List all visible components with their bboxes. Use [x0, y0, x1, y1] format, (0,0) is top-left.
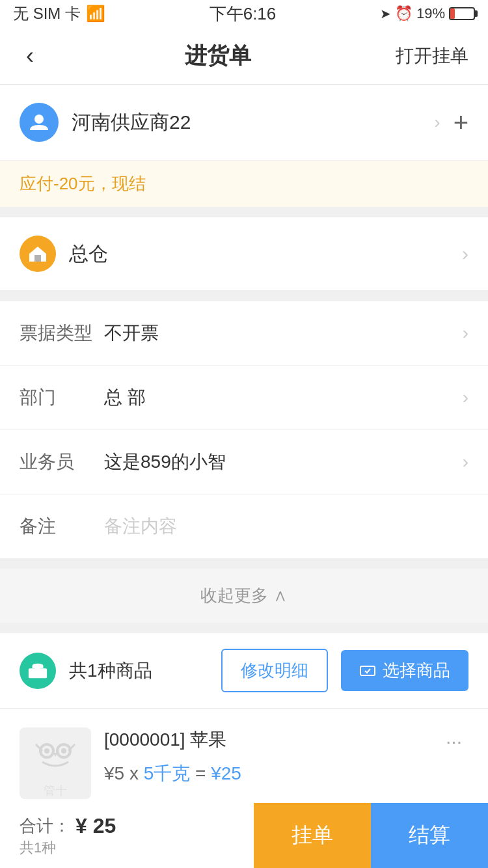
divider2 [0, 623, 488, 633]
remark-row[interactable]: 备注 备注内容 [0, 495, 488, 558]
product-item: 管十 [0000001] 苹果 ¥5 x 5千克 = ¥25 ··· [0, 709, 488, 817]
wifi-icon: 📶 [86, 5, 105, 23]
invoice-type-chevron-icon: › [463, 323, 468, 344]
svg-marker-9 [53, 753, 57, 757]
total-count: 共1种 [20, 838, 234, 858]
products-header: 共1种商品 修改明细 选择商品 [0, 633, 488, 708]
bottom-bar: 合计： ¥ 25 共1种 挂单 结算 [0, 803, 488, 868]
product-code: [0000001] [104, 729, 185, 750]
svg-rect-3 [35, 667, 40, 670]
product-info: [0000001] 苹果 ¥5 x 5千克 = ¥25 [104, 727, 426, 799]
status-time: 下午6:16 [210, 3, 277, 25]
total-text: 合计： [20, 815, 70, 837]
total-label: 合计： ¥ 25 [20, 814, 234, 838]
supplier-card: 河南供应商22 › + 应付-20元，现结 [0, 85, 488, 207]
department-label: 部门 [20, 385, 104, 410]
supplier-name: 河南供应商22 [72, 109, 434, 136]
hang-button[interactable]: 挂单 [254, 803, 371, 868]
salesperson-value: 这是859的小智 [104, 450, 463, 474]
battery-icon [449, 7, 475, 20]
collapse-row[interactable]: 收起更多 ∧ [0, 569, 488, 623]
products-count: 共1种商品 [69, 658, 208, 683]
product-price: ¥5 x 5千克 = ¥25 [104, 761, 426, 786]
status-left: 无 SIM 卡 📶 [13, 3, 105, 24]
remark-label: 备注 [20, 514, 104, 539]
product-name: [0000001] 苹果 [104, 727, 426, 752]
product-total: ¥25 [211, 763, 241, 783]
salesperson-row[interactable]: 业务员 这是859的小智 › [0, 430, 488, 495]
warehouse-card: 总仓 › [0, 217, 488, 291]
price-multiply: x [129, 763, 144, 783]
invoice-type-label: 票据类型 [20, 321, 104, 346]
warehouse-icon [20, 236, 56, 272]
supplier-row[interactable]: 河南供应商22 › + [0, 85, 488, 161]
back-button[interactable]: ‹ [20, 36, 40, 76]
product-thumbnail: 管十 [20, 727, 91, 799]
checkout-button[interactable]: 结算 [371, 803, 488, 868]
department-row[interactable]: 部门 总 部 › [0, 366, 488, 430]
remark-input[interactable]: 备注内容 [104, 514, 468, 539]
status-bar: 无 SIM 卡 📶 下午6:16 ➤ ⏰ 19% [0, 0, 488, 27]
department-value: 总 部 [104, 385, 463, 410]
svg-point-7 [44, 748, 49, 753]
select-product-button[interactable]: 选择商品 [341, 650, 468, 691]
warehouse-name: 总仓 [69, 241, 462, 267]
battery-fill [450, 8, 455, 19]
content-area: 河南供应商22 › + 应付-20元，现结 总仓 › 票据类型 不开票 › [0, 85, 488, 868]
divider [0, 207, 488, 217]
info-banner: 应付-20元，现结 [0, 161, 488, 207]
gps-icon: ➤ [380, 6, 391, 21]
supplier-avatar [20, 103, 59, 142]
svg-rect-4 [360, 666, 375, 675]
invoice-type-value: 不开票 [104, 321, 463, 346]
edit-details-button[interactable]: 修改明细 [221, 649, 328, 692]
battery-text: 19% [416, 5, 445, 22]
select-product-label: 选择商品 [383, 659, 450, 682]
page-title: 进货单 [185, 41, 251, 71]
salesperson-chevron-icon: › [463, 452, 468, 472]
department-chevron-icon: › [463, 387, 468, 408]
warehouse-row[interactable]: 总仓 › [0, 217, 488, 291]
svg-point-8 [61, 748, 66, 753]
svg-rect-1 [34, 255, 41, 262]
product-title: 苹果 [190, 729, 226, 750]
nav-bar: ‹ 进货单 打开挂单 [0, 27, 488, 85]
product-thumb-inner: 管十 [20, 727, 91, 799]
supplier-chevron-icon: › [434, 112, 440, 133]
product-unit-price: ¥5 [104, 763, 124, 783]
salesperson-label: 业务员 [20, 450, 104, 474]
invoice-type-row[interactable]: 票据类型 不开票 › [0, 301, 488, 366]
form-card: 票据类型 不开票 › 部门 总 部 › 业务员 这是859的小智 › 备注 备注… [0, 301, 488, 558]
add-button[interactable]: + [454, 108, 468, 137]
products-icon [20, 653, 56, 689]
carrier-text: 无 SIM 卡 [13, 3, 81, 24]
price-equals: = [195, 763, 211, 783]
warehouse-chevron-icon: › [462, 243, 468, 265]
open-hang-button[interactable]: 打开挂单 [396, 44, 468, 68]
svg-rect-2 [29, 668, 47, 678]
status-right: ➤ ⏰ 19% [380, 5, 475, 22]
svg-point-0 [34, 115, 44, 124]
total-section: 合计： ¥ 25 共1种 [0, 803, 254, 868]
product-more-button[interactable]: ··· [439, 727, 468, 799]
product-quantity: 5千克 [144, 763, 191, 783]
alarm-icon: ⏰ [395, 5, 413, 22]
brand-text: 管十 [44, 783, 67, 798]
total-amount: ¥ 25 [75, 814, 116, 838]
